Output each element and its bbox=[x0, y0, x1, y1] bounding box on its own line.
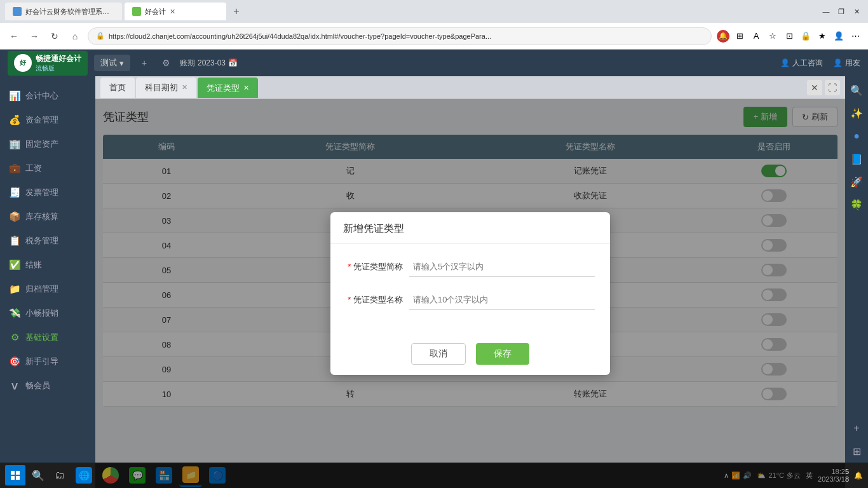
rp-rocket-icon[interactable]: 🚀 bbox=[848, 173, 865, 191]
page-content: 凭证类型 + 新增 ↻ 刷新 编码 凭证类型简称 凭证类型名称 是否启用 bbox=[95, 99, 845, 488]
home-button[interactable]: ⌂ bbox=[67, 29, 83, 44]
company-name: 测试 bbox=[100, 57, 117, 69]
sidebar-item-expense[interactable]: 💸 小畅报销 bbox=[0, 301, 95, 325]
sidebar-item-settings[interactable]: ⚙ 基础设置 bbox=[0, 325, 95, 349]
svg-rect-1 bbox=[16, 471, 20, 475]
ext-icon-4[interactable]: ☆ bbox=[766, 30, 779, 43]
tabs-bar: 首页 科目期初 ✕ 凭证类型 ✕ ✕ ⛶ bbox=[95, 76, 845, 99]
minimize-button[interactable]: — bbox=[820, 5, 832, 18]
rp-search-icon[interactable]: 🔍 bbox=[848, 81, 865, 99]
sidebar-item-funds[interactable]: 💰 资金管理 bbox=[0, 108, 95, 132]
taskbar-search[interactable]: 🔍 bbox=[29, 466, 47, 484]
tab-close-btn[interactable]: ✕ bbox=[807, 80, 822, 95]
svg-rect-0 bbox=[11, 471, 15, 475]
rp-grid-icon[interactable]: ⊞ bbox=[848, 442, 865, 460]
browser-tab-close-2[interactable]: ✕ bbox=[170, 8, 175, 16]
tab-label-1: 好会计云财务软件管理系统_会计 bbox=[25, 7, 114, 17]
sidebar-item-guide[interactable]: 🎯 新手引导 bbox=[0, 349, 95, 374]
url-bar[interactable]: 🔒 https://cloud2.chanjet.com/accounting/… bbox=[88, 27, 712, 45]
tab-subjects-close[interactable]: ✕ bbox=[182, 83, 187, 92]
modal-header: 新增凭证类型 bbox=[330, 212, 610, 244]
sidebar-item-inventory[interactable]: 📦 库存核算 bbox=[0, 205, 95, 229]
profile-icon[interactable]: 👤 bbox=[832, 30, 845, 43]
tab-home[interactable]: 首页 bbox=[100, 78, 135, 98]
tab-favicon-1 bbox=[13, 7, 22, 16]
modal-body: * 凭证类型简称 * 凭证类型名称 bbox=[330, 244, 610, 336]
header-actions: 👤 人工咨询 👤 用友 bbox=[780, 58, 860, 69]
add-company-button[interactable]: + bbox=[137, 55, 152, 71]
sidebar-item-archive[interactable]: 📁 归档管理 bbox=[0, 277, 95, 301]
sidebar-label-fixed-assets: 固定资产 bbox=[25, 139, 58, 150]
close-button[interactable]: ✕ bbox=[850, 5, 863, 18]
save-button[interactable]: 保存 bbox=[476, 343, 529, 365]
lock-icon: 🔒 bbox=[96, 32, 105, 40]
consult-button[interactable]: 👤 人工咨询 bbox=[780, 58, 823, 69]
reload-button[interactable]: ↻ bbox=[47, 29, 62, 44]
inventory-icon: 📦 bbox=[9, 211, 20, 222]
tab-voucher-type[interactable]: 凭证类型 ✕ bbox=[198, 78, 258, 98]
name-input[interactable] bbox=[409, 290, 595, 310]
consult-icon: 👤 bbox=[780, 58, 790, 67]
abbr-label: * 凭证类型简称 bbox=[346, 261, 403, 273]
tab-expand-btn[interactable]: ⛶ bbox=[825, 80, 840, 95]
ext-icon-6[interactable]: 🔒 bbox=[799, 30, 812, 43]
taskbar-browser-edge[interactable]: 🌐 bbox=[72, 464, 95, 487]
window-controls: — ❐ ✕ bbox=[820, 5, 863, 18]
sidebar-label-inventory: 库存核算 bbox=[25, 211, 58, 222]
sidebar-item-dashboard[interactable]: 📊 会计中心 bbox=[0, 84, 95, 108]
calendar-icon: 📅 bbox=[228, 58, 238, 67]
ext-icon-2[interactable]: ⊞ bbox=[733, 30, 746, 43]
checkout-icon: ✅ bbox=[9, 259, 20, 271]
sidebar-item-tax[interactable]: 📋 税务管理 bbox=[0, 229, 95, 253]
modal-title: 新增凭证类型 bbox=[343, 223, 404, 234]
rp-star-icon[interactable]: ✨ bbox=[848, 104, 865, 122]
sidebar-label-funds: 资金管理 bbox=[25, 114, 58, 126]
abbr-label-text: 凭证类型简称 bbox=[353, 262, 403, 271]
sidebar-label-tax: 税务管理 bbox=[25, 235, 58, 247]
forward-button[interactable]: → bbox=[27, 29, 42, 44]
start-button[interactable] bbox=[5, 465, 25, 485]
tab-home-label: 首页 bbox=[109, 82, 126, 93]
company-selector[interactable]: 测试 ▾ bbox=[94, 55, 130, 71]
tab-voucher-type-close[interactable]: ✕ bbox=[243, 84, 249, 92]
user-avatar: 👤 bbox=[833, 58, 843, 67]
logo-icon: 好 bbox=[14, 54, 32, 72]
taskbar-taskview[interactable]: 🗂 bbox=[51, 466, 69, 484]
cancel-button[interactable]: 取消 bbox=[411, 343, 466, 365]
sidebar: 📊 会计中心 💰 资金管理 🏢 固定资产 💼 工资 🧾 发票管理 📦 库存核算 … bbox=[0, 76, 95, 488]
rp-leaf-icon[interactable]: 🍀 bbox=[848, 196, 865, 214]
more-options-icon[interactable]: ⋯ bbox=[849, 30, 862, 43]
sidebar-item-salary[interactable]: 💼 工资 bbox=[0, 156, 95, 180]
new-tab-button[interactable]: + bbox=[229, 4, 244, 19]
restore-button[interactable]: ❐ bbox=[835, 5, 848, 18]
notification-icon[interactable]: 🔔 bbox=[854, 471, 863, 480]
form-row-abbr: * 凭证类型简称 bbox=[346, 257, 595, 277]
rp-circle-icon[interactable]: ● bbox=[848, 127, 865, 145]
browser-tab-1[interactable]: 好会计云财务软件管理系统_会计 bbox=[5, 3, 122, 20]
app-header: 好 畅捷通好会计 流畅版 测试 ▾ + ⚙ 账期 2023-03 📅 👤 人工咨… bbox=[0, 50, 868, 76]
rp-outlook-icon[interactable]: 📘 bbox=[848, 150, 865, 168]
rp-add-icon[interactable]: + bbox=[848, 419, 865, 437]
back-button[interactable]: ← bbox=[6, 29, 22, 44]
ext-icon-5[interactable]: ⊡ bbox=[783, 30, 796, 43]
fixed-assets-icon: 🏢 bbox=[9, 139, 20, 150]
settings-button[interactable]: ⚙ bbox=[158, 55, 173, 71]
browser-tab-2[interactable]: 好会计 ✕ bbox=[125, 3, 226, 20]
sidebar-item-vip[interactable]: V 畅会员 bbox=[0, 374, 95, 398]
sidebar-item-invoice[interactable]: 🧾 发票管理 bbox=[0, 180, 95, 205]
ext-icon-1[interactable]: 🔔 bbox=[717, 30, 729, 43]
guide-icon: 🎯 bbox=[9, 356, 20, 367]
sidebar-label-settings: 基础设置 bbox=[25, 332, 58, 343]
form-row-name: * 凭证类型名称 bbox=[346, 290, 595, 310]
sidebar-item-fixed-assets[interactable]: 🏢 固定资产 bbox=[0, 132, 95, 156]
url-text: https://cloud2.chanjet.com/accounting/uh… bbox=[109, 32, 703, 40]
tab-subjects[interactable]: 科目期初 ✕ bbox=[136, 78, 196, 98]
abbr-input[interactable] bbox=[409, 257, 595, 277]
user-button[interactable]: 👤 用友 bbox=[833, 58, 860, 69]
sidebar-label-checkout: 结账 bbox=[25, 259, 42, 271]
ext-icon-3[interactable]: A bbox=[750, 30, 763, 43]
sidebar-item-checkout[interactable]: ✅ 结账 bbox=[0, 253, 95, 277]
tax-icon: 📋 bbox=[9, 235, 20, 247]
add-voucher-type-modal: 新增凭证类型 * 凭证类型简称 * bbox=[330, 212, 610, 375]
ext-icon-7[interactable]: ★ bbox=[816, 30, 829, 43]
